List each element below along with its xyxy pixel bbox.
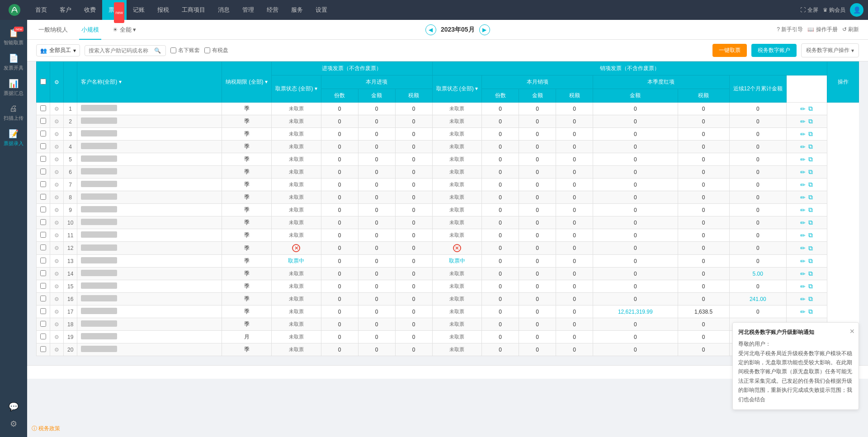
nav-invoice[interactable]: 票据 new xyxy=(102,0,127,20)
copy-icon[interactable]: ⧉ xyxy=(808,231,813,239)
th-in-status[interactable]: 取票状态 (全部) ▾ xyxy=(271,75,321,103)
edit-icon[interactable]: ✏ xyxy=(800,143,806,150)
sidebar-item-summary[interactable]: 📊 票据汇总 xyxy=(0,75,27,100)
row-settings-icon[interactable]: ⚙ xyxy=(54,309,59,315)
nav-home[interactable]: 首页 xyxy=(29,0,53,20)
sidebar-item-scan[interactable]: 🖨 扫描上传 xyxy=(0,100,27,125)
nav-operations[interactable]: 经营 xyxy=(260,0,285,20)
row-checkbox[interactable] xyxy=(40,194,46,200)
copy-icon[interactable]: ⧉ xyxy=(808,219,813,226)
sidebar-item-smart-ticket[interactable]: 📋 智能取票 new xyxy=(0,24,27,50)
nav-accounting[interactable]: 记账 xyxy=(127,0,151,20)
edit-icon[interactable]: ✏ xyxy=(800,156,806,163)
copy-icon[interactable]: ⧉ xyxy=(808,117,813,125)
copy-icon[interactable]: ⧉ xyxy=(808,105,813,113)
row-settings-icon[interactable]: ⚙ xyxy=(54,182,59,188)
copy-icon[interactable]: ⧉ xyxy=(808,130,813,138)
edit-icon[interactable]: ✏ xyxy=(800,270,806,277)
row-settings-icon[interactable]: ⚙ xyxy=(54,347,59,353)
copy-icon[interactable]: ⧉ xyxy=(808,155,813,163)
nav-manage[interactable]: 管理 xyxy=(236,0,260,20)
sidebar-item-msg[interactable]: 💬 xyxy=(0,398,27,415)
row-checkbox[interactable] xyxy=(40,105,46,111)
notification-close-btn[interactable]: ✕ xyxy=(849,326,855,336)
search-input[interactable] xyxy=(89,47,152,54)
row-checkbox[interactable] xyxy=(40,219,46,225)
period-prev-btn[interactable]: ◀ xyxy=(425,24,436,35)
row-settings-icon[interactable]: ⚙ xyxy=(54,232,59,239)
copy-icon[interactable]: ⧉ xyxy=(808,282,813,290)
nav-business[interactable]: 工商项目 xyxy=(175,0,212,20)
th-out-status[interactable]: 取票状态 (全部) ▾ xyxy=(432,75,482,103)
copy-icon[interactable]: ⧉ xyxy=(808,168,813,176)
row-settings-icon[interactable]: ⚙ xyxy=(54,271,59,277)
row-settings-icon[interactable]: ⚙ xyxy=(54,245,59,251)
select-all-checkbox[interactable] xyxy=(40,79,46,85)
manual-btn[interactable]: 📖 操作手册 xyxy=(807,26,837,33)
edit-icon[interactable]: ✏ xyxy=(800,296,806,303)
row-checkbox[interactable] xyxy=(40,131,46,136)
member-btn[interactable]: ♛ 购会员 xyxy=(823,6,845,14)
sidebar-item-invoice-open[interactable]: 📄 发票开具 xyxy=(0,50,27,75)
edit-icon[interactable]: ✏ xyxy=(800,169,806,176)
copy-icon[interactable]: ⧉ xyxy=(808,181,813,188)
settings-icon[interactable]: ⚙ xyxy=(54,79,59,85)
row-checkbox[interactable] xyxy=(40,258,46,263)
nav-messages[interactable]: 消息 xyxy=(212,0,236,20)
fullscreen-btn[interactable]: ⛶ 全屏 xyxy=(800,6,818,14)
row-settings-icon[interactable]: ⚙ xyxy=(54,118,59,125)
row-settings-icon[interactable]: ⚙ xyxy=(54,194,59,201)
checkbox-account[interactable]: 名下账套 xyxy=(170,47,200,54)
period-next-btn[interactable]: ▶ xyxy=(479,24,490,35)
row-checkbox[interactable] xyxy=(40,244,46,250)
row-checkbox[interactable] xyxy=(40,270,46,276)
sidebar-item-cfg[interactable]: ⚙ xyxy=(0,415,27,432)
row-settings-icon[interactable]: ⚙ xyxy=(54,169,59,175)
nav-tax[interactable]: 报税 xyxy=(151,0,175,20)
row-settings-icon[interactable]: ⚙ xyxy=(54,106,59,112)
row-settings-icon[interactable]: ⚙ xyxy=(54,283,59,290)
employee-filter[interactable]: 👥 全部员工 ▾ xyxy=(36,44,80,56)
row-checkbox[interactable] xyxy=(40,321,46,327)
tax-policy-link[interactable]: ⓘ 税务政策 xyxy=(32,425,60,432)
refresh-btn[interactable]: ↺ 刷新 xyxy=(842,26,859,33)
copy-icon[interactable]: ⧉ xyxy=(808,206,813,214)
edit-icon[interactable]: ✏ xyxy=(800,207,806,214)
copy-icon[interactable]: ⧉ xyxy=(808,143,813,150)
th-tax-period[interactable]: 纳税期限 (全部) ▾ xyxy=(222,62,272,103)
row-checkbox[interactable] xyxy=(40,118,46,124)
row-checkbox[interactable] xyxy=(40,308,46,314)
checkbox-taxdisk-input[interactable] xyxy=(204,47,210,53)
row-settings-icon[interactable]: ⚙ xyxy=(54,156,59,163)
checkbox-account-input[interactable] xyxy=(170,47,176,53)
user-avatar[interactable]: 👤 xyxy=(850,3,863,17)
copy-icon[interactable]: ⧉ xyxy=(808,193,813,201)
row-checkbox[interactable] xyxy=(40,181,46,187)
tab-small-scale[interactable]: 小规模 xyxy=(79,20,101,40)
row-checkbox[interactable] xyxy=(40,283,46,289)
row-settings-icon[interactable]: ⚙ xyxy=(54,207,59,213)
row-settings-icon[interactable]: ⚙ xyxy=(54,334,59,340)
edit-icon[interactable]: ✏ xyxy=(800,194,806,201)
nav-billing[interactable]: 收费 xyxy=(78,0,102,20)
edit-icon[interactable]: ✏ xyxy=(800,181,806,188)
tab-general-taxpayer[interactable]: 一般纳税人 xyxy=(36,20,70,40)
edit-icon[interactable]: ✏ xyxy=(800,283,806,290)
row-checkbox[interactable] xyxy=(40,334,46,339)
edit-icon[interactable]: ✏ xyxy=(800,105,806,113)
row-settings-icon[interactable]: ⚙ xyxy=(54,220,59,226)
copy-icon[interactable]: ⧉ xyxy=(808,308,813,315)
row-checkbox[interactable] xyxy=(40,169,46,174)
edit-icon[interactable]: ✏ xyxy=(800,232,806,239)
row-checkbox[interactable] xyxy=(40,346,46,352)
row-settings-icon[interactable]: ⚙ xyxy=(54,258,59,264)
th-name[interactable]: 客户名称(全部) ▾ xyxy=(77,62,222,103)
edit-icon[interactable]: ✏ xyxy=(800,244,806,252)
copy-icon[interactable]: ⧉ xyxy=(808,244,813,252)
row-settings-icon[interactable]: ⚙ xyxy=(54,131,59,137)
row-settings-icon[interactable]: ⚙ xyxy=(54,321,59,328)
edit-icon[interactable]: ✏ xyxy=(800,131,806,138)
nav-settings[interactable]: 设置 xyxy=(309,0,334,20)
copy-icon[interactable]: ⧉ xyxy=(808,270,813,277)
sidebar-item-entry[interactable]: 📝 票据录入 xyxy=(0,125,27,150)
